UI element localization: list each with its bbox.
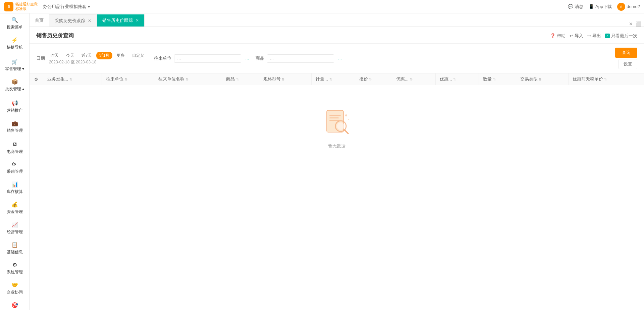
avatar: d [617,3,625,11]
th-trade-type[interactable]: 交易类型 ⇅ [516,73,568,85]
sidebar-item-operations[interactable]: 📈 经营管理 [0,218,29,238]
date-btn-last1month[interactable]: 近1月 [96,52,113,59]
app-download-button[interactable]: 📱 App下载 [589,4,612,10]
finance-icon: 💰 [11,201,18,208]
user-menu[interactable]: d demo2 [617,3,640,11]
from-unit-input[interactable] [174,54,241,63]
tab-bar: 首页 采购历史价跟踪 ✕ 销售历史价跟踪 ✕ ✕ ⬜ [30,13,644,27]
sidebar-item-system[interactable]: ⚙ 系统管理 [0,258,29,278]
top-bar-right: 💬 消息 📱 App下载 d demo2 [568,3,640,11]
query-button[interactable]: 查询 [615,48,637,58]
maximize-button[interactable]: ⬜ [636,21,641,27]
th-unit[interactable]: 计量... ⇅ [312,73,355,85]
date-btn-more[interactable]: 更多 [114,52,128,59]
th-pre-tax[interactable]: 优惠前无税单价 ⇅ [568,73,644,85]
th-quote[interactable]: 报价 ⇅ [355,73,392,85]
chevron-up-icon: ▴ [22,87,24,91]
purchase-icon: 🛍 [12,161,17,167]
svg-rect-2 [329,117,339,118]
help-button[interactable]: ❓ 帮助 [550,33,566,39]
content-area: 首页 采购历史价跟踪 ✕ 销售历史价跟踪 ✕ ✕ ⬜ 销售历史价查询 [30,13,644,310]
export-button[interactable]: ↪ 导出 [587,33,601,39]
date-btn-custom[interactable]: 自定义 [129,52,147,59]
tab-close-sales[interactable]: ✕ [136,18,139,23]
box-icon: 📦 [11,79,18,85]
sidebar-item-inventory[interactable]: 📊 库存核算 [0,178,29,198]
operations-icon: 📈 [11,221,18,228]
goods-ellipsis[interactable]: ... [338,56,342,61]
th-gear[interactable]: ⚙ [30,73,43,85]
data-table: ⚙ 业务发生... ⇅ 往来单位 ⇅ 往来单位名称 [30,73,644,85]
app-selector[interactable]: 办公用品行业模拟账套 ▾ [40,4,93,10]
logo-icon: 6 [4,2,13,11]
sidebar-item-basic-info[interactable]: 📋 基础信息 [0,238,29,258]
tab-purchase-history[interactable]: 采购历史价跟踪 ✕ [49,14,97,27]
sidebar-item-purchase[interactable]: 🛍 采购管理 [0,158,29,178]
sidebar-item-retail-mgmt[interactable]: 🛒 零售管理 ▾ [0,55,29,75]
enterprise-icon: 🤝 [11,282,18,288]
from-unit-ellipsis[interactable]: ... [245,56,249,61]
import-button[interactable]: ↩ 导入 [570,33,583,39]
table-container: ⚙ 业务发生... ⇅ 往来单位 ⇅ 往来单位名称 [30,73,644,310]
th-discount1[interactable]: 优惠... ⇅ [392,73,436,85]
settings-button[interactable]: 设置 [619,59,637,69]
sort-icon: ⇅ [125,78,127,81]
page-header-actions: ❓ 帮助 ↩ 导入 ↪ 导出 ✓ 只看最后一次 [550,33,637,39]
th-spec[interactable]: 规格型号 ⇅ [259,73,311,85]
gear-icon: ⚙ [34,77,38,82]
info-icon: 📋 [11,242,18,248]
sidebar-item-ecommerce[interactable]: 🖥 电商管理 [0,138,29,158]
page-header: 销售历史价查询 ❓ 帮助 ↩ 导入 ↪ 导出 ✓ [30,27,644,44]
sidebar-item-quick-nav[interactable]: ⚡ 快捷导航 [0,34,29,54]
sidebar-item-search-menu[interactable]: 🔍 搜索菜单 [0,13,29,34]
sort-icon: ⇅ [329,78,332,81]
sidebar-item-sales-mgmt[interactable]: 💼 销售管理 [0,117,29,137]
filter-right-actions: 查询 设置 [615,48,637,69]
th-discount2[interactable]: 优惠... ⇅ [435,73,479,85]
date-btn-yesterday[interactable]: 昨天 [48,52,62,59]
goods-input[interactable] [267,54,334,63]
top-bar: 6 畅捷通好生意 标准版 办公用品行业模拟账套 ▾ 💬 消息 📱 App下载 d… [0,0,644,13]
sort-icon: ⇅ [69,78,72,81]
sidebar-item-wholesale-mgmt[interactable]: 📦 批发管理 ▴ [0,75,29,95]
sidebar-item-newbie[interactable]: 🎯 新手引导 [0,299,29,310]
th-unit-name[interactable]: 往来单位名称 ⇅ [154,73,222,85]
th-biz-date[interactable]: 业务发生... ⇅ [43,73,102,85]
chevron-down-icon: ▾ [22,66,24,71]
date-btn-last7days[interactable]: 近7天 [78,52,95,59]
message-icon: 💬 [568,4,573,9]
th-qty[interactable]: 数量 ⇅ [479,73,516,85]
search-icon: 🔍 [11,17,18,23]
message-button[interactable]: 💬 消息 [568,4,583,10]
system-icon: ⚙ [12,262,17,268]
from-unit-filter: 往来单位 ... [154,54,249,63]
only-last-checkbox[interactable]: ✓ 只看最后一次 [605,33,637,39]
close-tab-button[interactable]: ✕ [629,21,633,27]
tab-bar-actions: ✕ ⬜ [626,21,644,27]
svg-point-8 [348,119,349,120]
goods-label: 商品 [256,55,264,61]
th-goods[interactable]: 商品 ⇅ [222,73,259,85]
date-range-text: 2023-02-18 至 2023-03-18 [49,59,147,65]
marketing-icon: 📢 [11,100,18,106]
date-btn-today[interactable]: 今天 [63,52,77,59]
sort-icon: ⇅ [369,78,372,81]
sidebar-item-finance[interactable]: 💰 资金管理 [0,198,29,218]
cart-icon: 🛒 [11,58,18,65]
tab-sales-history[interactable]: 销售历史价跟踪 ✕ [97,14,145,27]
sort-icon: ⇅ [186,78,189,81]
tab-home[interactable]: 首页 [30,14,49,27]
sidebar-item-marketing[interactable]: 📢 营销推广 [0,97,29,117]
sort-icon: ⇅ [604,78,607,81]
guide-icon: 🎯 [11,302,18,308]
sidebar-item-enterprise[interactable]: 🤝 企业协同 [0,278,29,299]
empty-illustration [320,105,354,139]
tab-close-purchase[interactable]: ✕ [88,18,91,23]
page-title: 销售历史价查询 [36,32,74,39]
sort-icon: ⇅ [453,78,456,81]
export-icon: ↪ [587,33,591,38]
sidebar: 🔍 搜索菜单 ⚡ 快捷导航 🛒 零售管理 ▾ 📦 批发管理 ▴ 📢 营销推广 [0,13,30,310]
empty-state: 暂无数据 [30,85,644,169]
sort-icon: ⇅ [539,78,541,81]
th-unit-code[interactable]: 往来单位 ⇅ [102,73,154,85]
